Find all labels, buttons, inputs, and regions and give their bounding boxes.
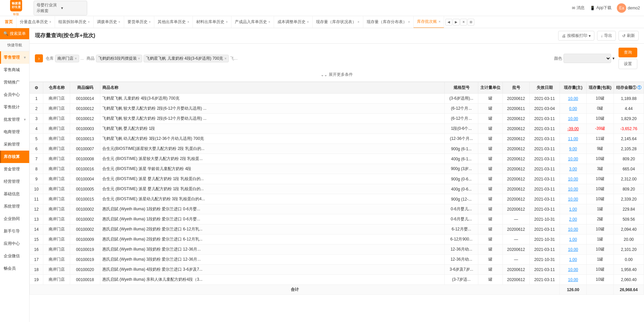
tab-materialout-close-icon[interactable]: ×: [226, 20, 228, 24]
nav-next-button[interactable]: ▶: [453, 19, 460, 25]
filter-product-tag-1-remove-icon[interactable]: ×: [138, 57, 140, 60]
refresh-button[interactable]: ↺ 刷新: [619, 31, 639, 41]
export-button[interactable]: ↓ 导出: [597, 31, 616, 41]
setting-button[interactable]: 设置: [619, 59, 637, 69]
sidebar-item-ops[interactable]: 经营管理: [0, 175, 29, 188]
tab-otherout[interactable]: 其他出库单历史 ×: [154, 16, 193, 28]
tab-split[interactable]: 分量盘点单历史 ×: [16, 16, 55, 28]
tab-productin-close-icon[interactable]: ×: [268, 20, 270, 24]
sidebar-item-ecommerce[interactable]: 电商管理: [0, 126, 29, 138]
sidebar-item-retail-stat[interactable]: 零售统计: [0, 101, 29, 113]
filter-warehouse-tag-1-remove-icon[interactable]: ×: [75, 57, 77, 60]
stock1-link[interactable]: 11.00: [568, 137, 578, 141]
sidebar-item-newguide[interactable]: 新手引导: [0, 225, 29, 237]
tab-costadj[interactable]: 成本调整单历史 ×: [274, 16, 313, 28]
stock1-link[interactable]: 1.00: [569, 257, 577, 262]
stock1-link[interactable]: 10.00: [568, 247, 578, 252]
sidebar-item-purchase[interactable]: 采购管理: [0, 138, 29, 151]
filter-warehouse-more[interactable]: ...: [80, 56, 84, 61]
sidebar-item-corpwx[interactable]: 企业微信: [0, 250, 29, 262]
stock1-link[interactable]: 10.00: [568, 187, 578, 192]
tab-stockstatus-close-icon[interactable]: ×: [358, 20, 360, 24]
stock1-link[interactable]: -39.00: [567, 126, 579, 131]
tab-transfer-close-icon[interactable]: ×: [118, 20, 120, 24]
stock1-link[interactable]: 3.00: [569, 167, 577, 171]
tab-batchledger[interactable]: 库存批次账 ×: [414, 16, 444, 28]
sidebar-item-member2[interactable]: 畅会员: [0, 262, 29, 275]
cell-batch: 20200612: [503, 194, 530, 204]
filter-warehouse-tag-1[interactable]: 南岸门店 ×: [55, 55, 79, 62]
stock1-link[interactable]: 10.00: [568, 277, 578, 282]
stock1-link[interactable]: 10.00: [568, 197, 578, 202]
stock1-link[interactable]: 10.00: [568, 96, 578, 101]
tab-combo[interactable]: 组装拆卸单历史 ×: [55, 16, 94, 28]
stock1-link[interactable]: 0.00: [569, 106, 577, 111]
message-label: 消息: [577, 5, 585, 11]
user-avatar-area[interactable]: Ea demo2: [617, 3, 640, 13]
tab-home[interactable]: 首页: [1, 16, 16, 28]
tab-stockdist-close-icon[interactable]: ×: [408, 20, 410, 24]
template-print-button[interactable]: 🖨 按模板打印 ▾: [558, 31, 594, 41]
workspace-selector[interactable]: 母婴行业演示账套 ▾: [34, 1, 87, 15]
tab-require[interactable]: 要货单历史 ×: [124, 16, 155, 28]
stock1-link[interactable]: 10.00: [568, 267, 578, 272]
sidebar-item-base[interactable]: 基础信息: [0, 188, 29, 200]
sidebar-item-retail-mgmt[interactable]: 零售管理 ▼: [0, 51, 29, 64]
stock1-link[interactable]: 2.00: [569, 217, 577, 222]
nav-close-all-button[interactable]: ✕: [460, 19, 467, 25]
stock1-link[interactable]: 10.00: [568, 157, 578, 161]
message-button[interactable]: ✉ 消息: [572, 5, 585, 11]
nav-prev-button[interactable]: ◀: [445, 19, 452, 25]
tab-costadj-close-icon[interactable]: ×: [307, 20, 309, 24]
cell-warehouse: 南岸门店: [43, 275, 70, 285]
top-bar: 畅捷通好生意 标版 母婴行业演示账套 ▾ ✉ 消息 📱 App下载 Ea dem…: [0, 0, 644, 16]
tab-materialout[interactable]: 材料出库单历史 ×: [193, 16, 231, 28]
sidebar-item-finance[interactable]: 资金管理: [0, 163, 29, 175]
tab-productin[interactable]: 产成品入库单历史 ×: [231, 16, 274, 28]
sidebar-item-marketing[interactable]: 营销推广: [0, 76, 29, 89]
tab-combo-close-icon[interactable]: ×: [88, 20, 90, 24]
app-download-button[interactable]: 📱 App下载: [590, 5, 611, 11]
tab-transfer[interactable]: 调拨单历史 ×: [94, 16, 124, 28]
filter-product-tag-1[interactable]: 飞鹤奶粉3段丙摆提装 ×: [96, 55, 143, 62]
tab-split-close-icon[interactable]: ×: [49, 20, 51, 24]
th-settings: ⚙: [30, 82, 43, 94]
filter-product-more[interactable]: 飞...: [230, 56, 237, 61]
page-header-actions: 🖨 按模板打印 ▾ ↓ 导出 ↺ 刷新: [558, 31, 639, 41]
stock1-link[interactable]: 9.00: [569, 147, 577, 151]
tab-stockstatus[interactable]: 现存量（库存状况表） ×: [313, 16, 363, 28]
sidebar-item-appcenter[interactable]: 应用中心: [0, 237, 29, 250]
filter-color-select[interactable]: [564, 54, 611, 63]
tab-otherout-close-icon[interactable]: ×: [187, 20, 189, 24]
nav-menu-button[interactable]: ⊞: [468, 19, 474, 25]
filter-expand-more: ⌄⌄ 展开更多条件: [35, 70, 639, 79]
sidebar-item-system[interactable]: 系统管理: [0, 200, 29, 213]
filter-expand-button[interactable]: ›: [35, 54, 43, 62]
cell-amount: 2,145.64: [614, 134, 644, 144]
cell-spec: 900g (3岁...: [445, 164, 478, 174]
query-button[interactable]: 查询: [619, 48, 637, 57]
stock1-link[interactable]: 10.00: [568, 227, 578, 232]
sidebar-item-member[interactable]: 会员中心: [0, 89, 29, 101]
sidebar-quick-nav-label[interactable]: 快捷导航: [0, 41, 29, 50]
sidebar-item-wholesale[interactable]: 批发管理 ▼: [0, 113, 29, 126]
sidebar-item-corp[interactable]: 企业协同: [0, 213, 29, 225]
sidebar-item-retail-mall[interactable]: 零售商城: [0, 64, 29, 76]
stock1-link[interactable]: 10.00: [568, 116, 578, 121]
tab-batchledger-close-icon[interactable]: ×: [438, 20, 440, 23]
stock1-link[interactable]: 10.00: [568, 177, 578, 181]
filter-product-tag-2-remove-icon[interactable]: ×: [224, 57, 226, 60]
sidebar-item-inventory[interactable]: 库存核算: [0, 151, 29, 163]
sidebar-search[interactable]: 🔍 搜索菜单: [0, 28, 29, 39]
tab-stockdist[interactable]: 现存量（库存分布表） ×: [363, 16, 414, 28]
cell-stock1: 10.00: [560, 275, 587, 285]
sidebar-quick-nav[interactable]: 快捷导航: [0, 39, 29, 51]
stock1-link[interactable]: 1.00: [569, 207, 577, 212]
filter-product-tag-2[interactable]: 飞鹤星飞帆 儿童奶粉 4段(3-6岁适用) 700克 ×: [144, 55, 229, 62]
settings-icon[interactable]: ⚙: [35, 86, 38, 90]
stock1-link[interactable]: 1.00: [569, 237, 577, 242]
tab-require-close-icon[interactable]: ×: [149, 20, 151, 24]
cell-name: 惠氏启賦 (Wyeth illuma) 4段奶粉 爱尔兰进口 3-6岁及7...: [100, 265, 445, 275]
cell-stock2: -39罐: [587, 124, 614, 134]
expand-more-button[interactable]: ⌄⌄ 展开更多条件: [321, 72, 353, 77]
